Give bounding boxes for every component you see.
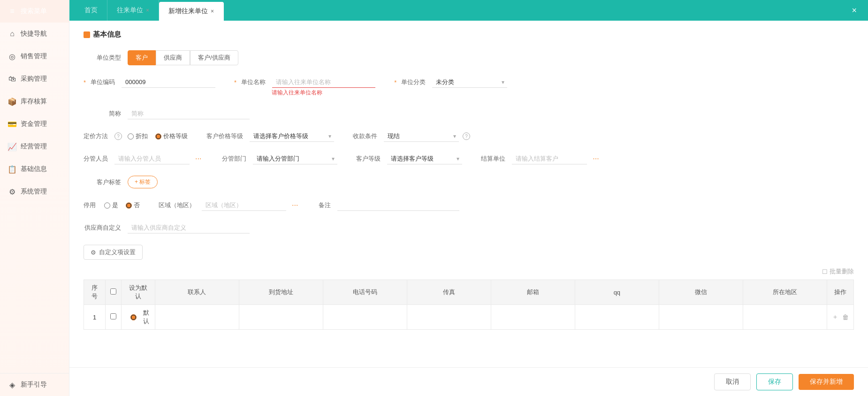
sidebar-item-finance[interactable]: 💳 资金管理 <box>0 113 69 135</box>
sidebar-item-sales[interactable]: ◎ 销售管理 <box>0 45 69 68</box>
btn-customer[interactable]: 客户 <box>128 50 156 65</box>
sidebar-item-search[interactable]: ≡ 搜索菜单 <box>0 0 69 23</box>
select-all-checkbox[interactable] <box>110 288 116 295</box>
cell-location <box>743 305 827 330</box>
sidebar-item-inventory[interactable]: 📦 库存核算 <box>0 90 69 113</box>
page-footer: 取消 保存 保存并新增 <box>69 367 868 396</box>
settlement-unit-group: 结算单位 ··· <box>481 153 601 164</box>
home-icon: ⌂ <box>8 29 17 39</box>
wechat-input[interactable] <box>664 314 738 321</box>
add-tag-button[interactable]: + 标签 <box>128 176 158 188</box>
sidebar-item-quicknav[interactable]: ⌂ 快捷导航 <box>0 23 69 45</box>
tab-new-partner[interactable]: 新增往来单位 × <box>159 2 224 21</box>
tab-partners[interactable]: 往来单位 × <box>107 0 159 21</box>
sidebar-label-system: 系统管理 <box>21 187 47 196</box>
default-radio-label[interactable]: 默认 <box>126 309 150 326</box>
unit-type-label: 单位类型 <box>84 54 121 62</box>
payment-terms-help[interactable]: ? <box>463 132 470 140</box>
department-select[interactable]: 请输入分管部门 <box>253 153 337 164</box>
btn-supplier[interactable]: 供应商 <box>156 50 190 65</box>
remark-group: 备注 <box>319 200 459 211</box>
window-close-button[interactable]: × <box>846 6 862 16</box>
sidebar-label-purchase: 采购管理 <box>21 75 47 83</box>
settlement-unit-more-btn[interactable]: ··· <box>591 155 601 163</box>
unit-name-input[interactable] <box>272 77 375 88</box>
disabled-radio-group: 是 否 <box>104 201 140 210</box>
region-input[interactable] <box>202 200 286 211</box>
region-label: 区域（地区） <box>159 201 195 210</box>
unit-name-required: * <box>234 79 236 86</box>
region-more-btn[interactable]: ··· <box>290 201 300 210</box>
pricing-discount-radio[interactable] <box>128 133 134 140</box>
unit-code-input[interactable] <box>122 77 215 88</box>
table-row: 1 默认 <box>84 305 854 330</box>
sidebar-item-basic[interactable]: 📋 基础信息 <box>0 158 69 180</box>
col-actions: 操作 <box>827 280 853 305</box>
row-checkbox[interactable] <box>110 313 116 319</box>
pricing-level-label[interactable]: 价格等级 <box>155 132 188 140</box>
unit-category-select[interactable]: 未分类 <box>432 77 507 88</box>
col-email: 邮箱 <box>491 280 575 305</box>
btn-both[interactable]: 客户/供应商 <box>190 50 238 65</box>
batch-delete-icon: ☐ <box>822 268 828 275</box>
pricing-level-radio[interactable] <box>155 133 161 140</box>
remark-label: 备注 <box>319 201 331 210</box>
manager-input[interactable] <box>114 153 190 164</box>
tab-new-partner-close[interactable]: × <box>211 8 214 15</box>
sidebar-item-system[interactable]: ⚙ 系统管理 <box>0 180 69 203</box>
email-input[interactable] <box>496 314 570 321</box>
sidebar-label-operations: 经营管理 <box>21 142 47 151</box>
customer-price-level-select[interactable]: 请选择客户价格等级 <box>250 131 334 142</box>
supplier-custom-input[interactable] <box>128 222 250 233</box>
cell-address <box>239 305 323 330</box>
delete-row-btn[interactable]: 🗑 <box>842 313 849 321</box>
col-contact: 联系人 <box>155 280 239 305</box>
default-radio[interactable] <box>126 314 141 320</box>
disabled-yes-label[interactable]: 是 <box>104 201 118 210</box>
batch-delete-label[interactable]: 批量删除 <box>830 267 854 276</box>
add-row-btn[interactable]: ＋ <box>832 313 838 321</box>
save-button[interactable]: 保存 <box>756 373 793 390</box>
location-input[interactable] <box>748 314 822 321</box>
contact-input[interactable] <box>160 314 234 321</box>
batch-delete-area: ☐ 批量删除 <box>84 267 854 276</box>
col-address: 到货地址 <box>239 280 323 305</box>
pricing-radio-group: 折扣 价格等级 <box>128 132 188 140</box>
sidebar-item-operations[interactable]: 📈 经营管理 <box>0 135 69 158</box>
short-name-input[interactable] <box>128 108 250 119</box>
disabled-no-label[interactable]: 否 <box>126 201 140 210</box>
customer-level-group: 客户等级 请选择客户等级 <box>356 153 462 164</box>
disabled-yes-radio[interactable] <box>104 202 110 209</box>
sidebar-item-newbie[interactable]: ◈ 新手引导 <box>0 373 69 396</box>
settlement-unit-input[interactable] <box>512 153 587 164</box>
tab-home[interactable]: 首页 <box>75 0 107 21</box>
cancel-button[interactable]: 取消 <box>714 373 751 390</box>
sidebar-label-newbie: 新手引导 <box>21 380 47 389</box>
sidebar-label-basic: 基础信息 <box>21 165 47 173</box>
custom-settings-button[interactable]: ⚙ 自定义项设置 <box>84 245 143 260</box>
sidebar-label-finance: 资金管理 <box>21 120 47 128</box>
save-new-button[interactable]: 保存并新增 <box>799 374 854 390</box>
unit-code-required: * <box>84 79 86 86</box>
qq-input[interactable] <box>580 314 654 321</box>
unit-type-group: 客户 供应商 客户/供应商 <box>128 50 238 65</box>
settings-gear-icon: ⚙ <box>91 249 96 256</box>
address-input[interactable] <box>244 314 318 321</box>
pricing-discount-label[interactable]: 折扣 <box>128 132 148 140</box>
disabled-no-radio[interactable] <box>126 202 132 209</box>
manager-more-btn[interactable]: ··· <box>193 155 203 163</box>
phone-input[interactable] <box>328 314 402 321</box>
payment-terms-select[interactable]: 现结 <box>384 131 459 142</box>
customer-level-wrapper: 请选择客户等级 <box>387 153 462 164</box>
customer-level-select[interactable]: 请选择客户等级 <box>387 153 462 164</box>
pricing-method-help[interactable]: ? <box>114 132 122 140</box>
remark-input[interactable] <box>337 200 459 211</box>
sidebar-item-purchase[interactable]: 🛍 采购管理 <box>0 68 69 90</box>
tab-partners-close[interactable]: × <box>146 7 149 14</box>
section-title-text: 基本信息 <box>93 30 121 39</box>
unit-code-group: * 单位编码 <box>84 77 215 88</box>
fax-input[interactable] <box>412 314 486 321</box>
tab-new-partner-label: 新增往来单位 <box>168 7 208 16</box>
search-icon: ≡ <box>8 7 17 16</box>
customer-price-level-label: 客户价格等级 <box>206 132 243 140</box>
